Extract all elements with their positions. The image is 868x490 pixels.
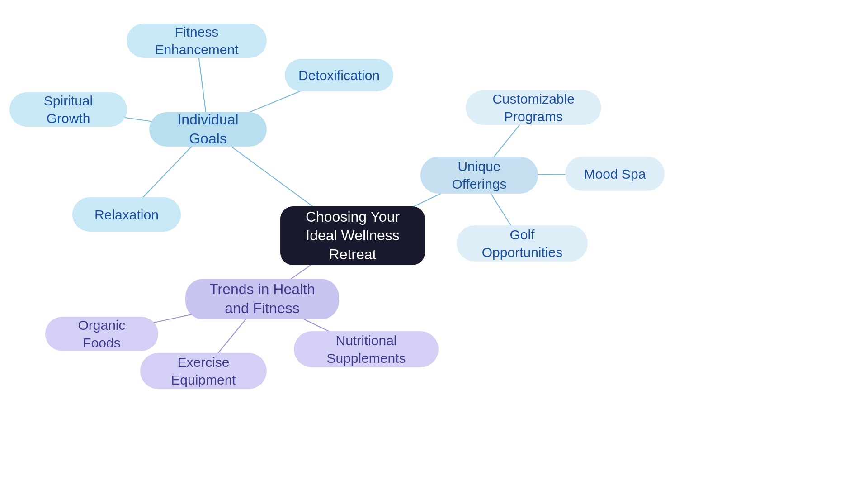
node-golf-opportunities: Golf Opportunities <box>457 225 588 262</box>
node-spiritual-growth-label: Spiritual Growth <box>24 92 113 127</box>
node-spiritual-growth: Spiritual Growth <box>9 92 127 127</box>
node-mood-spa-label: Mood Spa <box>584 165 646 183</box>
mind-map-connections <box>0 0 868 490</box>
node-trends-health-fitness: Trends in Health and Fitness <box>185 279 339 319</box>
node-fitness-enhancement: Fitness Enhancement <box>127 24 267 58</box>
node-customizable-programs: Customizable Programs <box>466 90 601 125</box>
node-unique-offerings: Unique Offerings <box>420 157 538 194</box>
node-detoxification-label: Detoxification <box>298 67 380 84</box>
node-fitness-enhancement-label: Fitness Enhancement <box>141 23 252 58</box>
node-individual-goals-label: Individual Goals <box>164 110 252 148</box>
node-organic-foods-label: Organic Foods <box>60 316 144 352</box>
node-exercise-equipment: Exercise Equipment <box>140 353 267 389</box>
node-relaxation: Relaxation <box>72 197 181 232</box>
node-individual-goals: Individual Goals <box>149 112 267 147</box>
node-trends-health-fitness-label: Trends in Health and Fitness <box>200 280 325 318</box>
node-exercise-equipment-label: Exercise Equipment <box>155 353 252 389</box>
node-center-label: Choosing Your Ideal Wellness Retreat <box>295 208 410 264</box>
node-organic-foods: Organic Foods <box>45 317 158 351</box>
node-unique-offerings-label: Unique Offerings <box>435 157 524 193</box>
node-relaxation-label: Relaxation <box>94 206 159 224</box>
node-detoxification: Detoxification <box>285 59 393 91</box>
node-customizable-programs-label: Customizable Programs <box>480 90 587 125</box>
node-center: Choosing Your Ideal Wellness Retreat <box>280 206 425 265</box>
node-nutritional-supplements: Nutritional Supplements <box>294 331 439 367</box>
node-golf-opportunities-label: Golf Opportunities <box>471 226 573 261</box>
node-nutritional-supplements-label: Nutritional Supplements <box>308 332 424 367</box>
node-mood-spa: Mood Spa <box>565 157 665 191</box>
